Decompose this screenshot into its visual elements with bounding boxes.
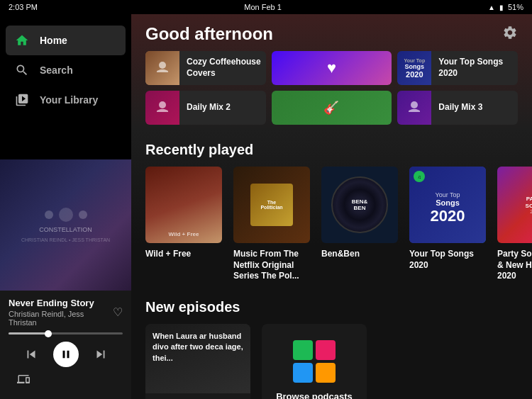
devices-icon[interactable] [17, 373, 30, 388]
track-name: Never Ending Story [9, 298, 113, 308]
search-label: Search [40, 64, 73, 76]
recently-played-cards: Wild + Free Wild + Free ThePolitician [131, 167, 532, 293]
quick-item-dailymix3[interactable]: Daily Mix 3 [397, 91, 518, 125]
sidebar-item-library[interactable]: Your Library [6, 85, 126, 115]
track-artist: Christian Reindl, Jess Thristan [9, 310, 113, 327]
coffeehouse-label: Cozy Coffeehouse Covers [187, 57, 266, 79]
sidebar-item-search[interactable]: Search [6, 55, 126, 85]
wild-free-title: Wild + Free [145, 249, 222, 260]
main-content: Good afternoon [131, 14, 532, 399]
skip-back-button[interactable] [22, 345, 40, 364]
spotify-badge: ♫ [414, 171, 425, 182]
svg-point-1 [159, 101, 166, 108]
dailymix2-label: Daily Mix 2 [187, 102, 231, 113]
topsongs2020-title: Your Top Songs 2020 [409, 249, 486, 271]
sidebar-item-home[interactable]: Home [6, 26, 126, 55]
library-label: Your Library [40, 94, 98, 106]
home-label: Home [40, 35, 67, 46]
quick-item-topsongs[interactable]: Your Top Songs 2020 Your Top Songs 2020 [397, 51, 518, 85]
svg-point-0 [159, 62, 166, 69]
status-date: Mon Feb 1 [244, 3, 282, 11]
battery-level: 51% [508, 3, 523, 11]
heart-button[interactable]: ♡ [113, 305, 123, 319]
svg-point-2 [411, 101, 418, 108]
status-time: 2:03 PM [9, 3, 38, 11]
settings-button[interactable] [502, 25, 518, 44]
play-pause-button[interactable] [53, 342, 79, 367]
wifi-icon: ▲ [488, 4, 495, 11]
progress-dot [45, 330, 52, 337]
quick-item-dailymix2[interactable]: Daily Mix 2 [145, 91, 266, 125]
new-episodes-header: New episodes [131, 293, 532, 324]
album-art-subtitle: CHRISTIAN REINDL • JESS THRISTAN [21, 237, 110, 242]
topsongs-label: Your Top Songs 2020 [438, 57, 518, 79]
greeting: Good afternoon [145, 24, 273, 44]
new-episodes-title: New episodes [145, 299, 240, 315]
card-benben[interactable]: BEN&BEN Ben&Ben [321, 167, 398, 282]
library-icon [14, 92, 30, 108]
battery-icon: ▮ [499, 4, 504, 11]
bottom-icons [9, 373, 123, 395]
skip-forward-button[interactable] [92, 345, 110, 364]
card-topsongs2020[interactable]: ♫ Your Top Songs 2020 Your Top Songs 202… [409, 167, 486, 282]
dailymix3-label: Daily Mix 3 [438, 102, 482, 113]
card-partysongs[interactable]: PARTYSONGS 2021 Party Songs 2021 & New H… [497, 167, 532, 282]
quick-item-coffeehouse[interactable]: Cozy Coffeehouse Covers [145, 51, 266, 85]
recently-played-header: Recently played [131, 136, 532, 167]
now-playing-section: CONSTELLATION CHRISTIAN REINDL • JESS TH… [0, 159, 131, 399]
episodes-row: When Laura ar husband divo after two dec… [131, 324, 532, 399]
recently-played-title: Recently played [145, 142, 253, 158]
status-bar: 2:03 PM Mon Feb 1 ▲ ▮ 51% [0, 0, 532, 14]
album-art-title: CONSTELLATION [32, 226, 99, 233]
quick-picks-grid: Cozy Coffeehouse Covers ♥ Liked Songs Yo… [131, 51, 532, 136]
netflix-title: Music From The Netflix Original Series T… [233, 249, 310, 282]
vinyl-art: BEN&BEN [331, 176, 388, 233]
playback-controls [9, 337, 123, 373]
sidebar-nav: Home Search [0, 14, 131, 126]
now-playing-info: Never Ending Story Christian Reindl, Jes… [0, 291, 131, 399]
status-right: ▲ ▮ 51% [488, 3, 523, 11]
card-netflix[interactable]: ThePolitician Music From The Netflix Ori… [233, 167, 310, 282]
home-icon [14, 33, 30, 48]
episode-card-silence[interactable]: When Laura ar husband divo after two dec… [145, 324, 250, 399]
sidebar: Home Search [0, 14, 131, 399]
progress-fill [9, 332, 48, 335]
main-header: Good afternoon [131, 14, 532, 51]
card-wild-free[interactable]: Wild + Free Wild + Free [145, 167, 222, 282]
quick-item-acoustic[interactable]: 🎸 Acoustic Favorites [272, 91, 392, 125]
quick-item-liked[interactable]: ♥ Liked Songs [272, 51, 392, 85]
album-art: CONSTELLATION CHRISTIAN REINDL • JESS TH… [0, 159, 131, 291]
search-icon [14, 62, 30, 78]
benben-title: Ben&Ben [321, 249, 398, 260]
progress-bar[interactable] [9, 332, 123, 335]
episode-card-browse[interactable]: Browse podcasts Find new shows you'll lo… [262, 324, 367, 399]
partysongs-title: Party Songs 2021 & New Hits 2021 + 2020 [497, 249, 532, 282]
